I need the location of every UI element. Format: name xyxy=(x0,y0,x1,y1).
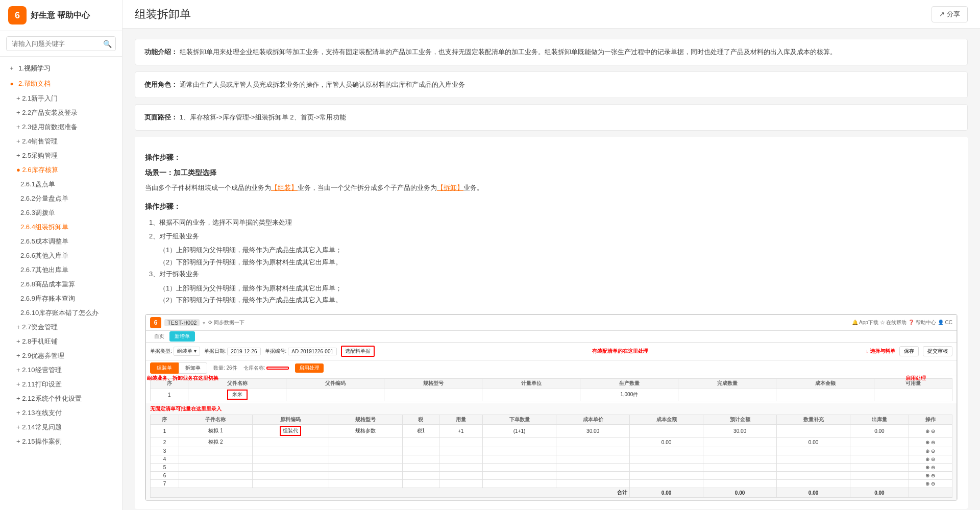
mock-field-date: 单据日期: 2019-12-26 xyxy=(204,348,261,355)
sidebar-item-cost-adjust[interactable]: 2.6.5成本调整单 xyxy=(0,234,122,249)
mock-th-prod-qty: 生产数量 xyxy=(580,379,678,388)
mock-tab-new[interactable]: 新增单 xyxy=(169,331,195,342)
step2-sub1: （1）上部明细为父件明细，最终作为产成品生成其它入库单； xyxy=(145,244,958,256)
sidebar-item-ledger[interactable]: 2.6.9库存账本查询 xyxy=(0,292,122,306)
step3: 3、对于拆装业务 xyxy=(145,268,958,280)
sidebar-item-other-in[interactable]: 2.6.6其他入库单 xyxy=(0,249,122,263)
mock-app-window: 6 TEST-H002 ▾ ⟳ 同步数据一下 🔔 App下载 ☆ 在线帮助 ❓ … xyxy=(145,314,957,500)
mock-child-code-input[interactable]: 组装代 xyxy=(280,426,301,436)
mock-td2-seq-1: 1 xyxy=(151,425,179,438)
mock-annotation-enable: 启用处理 xyxy=(905,375,926,382)
mock-td2-est-1: 30.00 xyxy=(703,425,777,438)
mock-upper-table-area: 序 父件名称 父件编码 规格型号 计量单位 生产数量 完成数量 成本金额 可用量 xyxy=(146,376,957,403)
mock-td2-op-1[interactable]: ⊕ ⊖ xyxy=(909,425,952,438)
sidebar-item-operation[interactable]: + 2.10经营管理 xyxy=(0,363,122,377)
sidebar-item-docs[interactable]: ● 2.帮助文档 xyxy=(0,76,122,91)
mock-btn-select-bom[interactable]: 选配料单据 xyxy=(341,346,375,357)
intro-label: 功能介绍： xyxy=(144,48,178,56)
table-row: 1 模拟 1 组装代 规格参数 税1 +1 (1+1) 30.00 xyxy=(151,425,952,438)
mock-nav-tabs: 自页 新增单 xyxy=(150,331,195,342)
mock-warehouse-area: 仓库名称: xyxy=(243,365,289,372)
sidebar-item-cost-recalc[interactable]: 2.6.8商品成本重算 xyxy=(0,277,122,292)
disassembly-link[interactable]: 【拆卸】 xyxy=(437,184,463,191)
mock-td2-unit-cost-1: 30.00 xyxy=(556,425,630,438)
mock-field-no-label: 单据编号: xyxy=(265,348,287,355)
collapse-icon: ● xyxy=(8,80,15,87)
mock-field-type-value[interactable]: 组装单 ▾ xyxy=(174,347,200,356)
sidebar-item-faq[interactable]: + 2.14常见问题 xyxy=(0,420,122,434)
mock-enable-btn[interactable]: 启用处理 xyxy=(295,363,324,373)
mock-tab-disassembly[interactable]: 拆卸单 xyxy=(179,362,207,374)
mock-btn-submit[interactable]: 提交审核 xyxy=(923,346,952,356)
mock-field-date-value[interactable]: 2019-12-26 xyxy=(227,348,260,355)
sidebar-item-new-user[interactable]: + 2.1新手入门 xyxy=(0,91,122,106)
mock-td2-order-1: (1+1) xyxy=(483,425,556,438)
path-label: 页面路径： xyxy=(144,113,178,121)
content-area: 功能介绍： 组装拆卸单用来处理企业组装或拆卸等加工业务，支持有固定装配清单的产品… xyxy=(122,29,980,510)
mock-tab-home[interactable]: 自页 xyxy=(150,331,168,342)
mock-td2-cost-1 xyxy=(630,425,703,438)
mock-qty-label: 数量 xyxy=(213,365,224,371)
mock-th2-spec: 规格型号 xyxy=(329,415,402,425)
mock-parent-input[interactable]: 米米 xyxy=(227,390,248,400)
mock-bom-area: 选配料单据 xyxy=(341,346,375,357)
sidebar-item-inventory[interactable]: ● 2.6库存核算 xyxy=(0,163,122,177)
steps-title: 操作步骤： xyxy=(145,153,958,162)
mock-form-header: 单据类型: 组装单 ▾ 单据日期: 2019-12-26 单据编号: xyxy=(146,343,957,360)
sidebar-item-assembly[interactable]: 2.6.4组装拆卸单 xyxy=(0,220,122,234)
mock-warehouse-input[interactable] xyxy=(266,367,289,370)
step2: 2、对于组装业务 xyxy=(145,230,958,242)
sidebar-item-other-out[interactable]: 2.6.7其他出库单 xyxy=(0,263,122,277)
sidebar-item-coupon[interactable]: + 2.9优惠券管理 xyxy=(0,349,122,363)
mock-app-sync: ⟳ 同步数据一下 xyxy=(208,319,244,326)
mock-field-no-value[interactable]: AD-20191226-001 xyxy=(288,348,337,355)
mock-td2-sup-1 xyxy=(777,425,850,438)
mock-td2-code-1: 组装代 xyxy=(252,425,329,438)
sidebar-item-mobile[interactable]: + 2.8手机旺铺 xyxy=(0,334,122,349)
expand-icon-install: + xyxy=(16,109,22,116)
sidebar-item-sales[interactable]: + 2.4销售管理 xyxy=(0,134,122,149)
mock-btn-save[interactable]: 保存 xyxy=(899,346,919,356)
sidebar-item-error[interactable]: 2.6.10库存账本错了怎么办 xyxy=(0,306,122,320)
mock-td-prod-qty: 1,000件 xyxy=(580,388,678,401)
path-text: 1、库存核算->库存管理->组装拆卸单 2、首页->常用功能 xyxy=(180,113,347,121)
mock-th2-child-code: 原料编码 xyxy=(252,415,329,425)
mock-th2-seq: 序 xyxy=(151,415,179,425)
search-icon[interactable]: 🔍 xyxy=(103,40,112,48)
expand-icon-print: + xyxy=(16,380,22,388)
mock-app-links: 🔔 App下载 ☆ 在线帮助 ❓ 帮助中心 👤 CC xyxy=(852,319,952,326)
table-row: 1 米米 1,000件 xyxy=(151,388,952,401)
mock-app-header: 6 TEST-H002 ▾ ⟳ 同步数据一下 🔔 App下载 ☆ 在线帮助 ❓ … xyxy=(146,315,957,331)
sidebar-item-adjust[interactable]: 2.6.3调拨单 xyxy=(0,206,122,220)
share-button[interactable]: ↗ 分享 xyxy=(932,6,968,22)
step3-sub2: （2）下部明细为子件明细，最终作为产成品生成其它入库单。 xyxy=(145,294,958,306)
sidebar-item-finance[interactable]: + 2.7资金管理 xyxy=(0,320,122,334)
sidebar-item-install[interactable]: + 2.2产品安装及登录 xyxy=(0,106,122,120)
sidebar-item-print[interactable]: + 2.11打印设置 xyxy=(0,377,122,392)
expand-icon-coupon: + xyxy=(16,352,22,359)
nav-tree: + 1.视频学习 ● 2.帮助文档 + 2.1新手入门 + 2.2产品安装及登录… xyxy=(0,57,122,510)
sidebar-item-online-pay[interactable]: + 2.13在线支付 xyxy=(0,406,122,420)
sidebar-item-purchase[interactable]: + 2.5采购管理 xyxy=(0,149,122,163)
sidebar-item-customize[interactable]: + 2.12系统个性化设置 xyxy=(0,392,122,406)
sidebar-item-stocktake[interactable]: 2.6.1盘点单 xyxy=(0,177,122,191)
sidebar-item-videos-label: 1.视频学习 xyxy=(18,64,51,73)
mock-td2-tax-1: 税1 xyxy=(402,425,439,438)
mock-th2-child-name: 子件名称 xyxy=(179,415,252,425)
mock-annotation-switch: 组装业务、拆卸业务在这里切换 xyxy=(147,375,218,382)
mock-tabs-row: 自页 新增单 xyxy=(146,331,957,343)
mock-tab-assembly[interactable]: 组装单 xyxy=(150,362,179,374)
mock-th2-out-qty: 出库量 xyxy=(850,415,909,425)
sidebar-item-cases[interactable]: + 2.15操作案例 xyxy=(0,434,122,449)
role-text: 通常由生产人员或库管人员完成拆装业务的操作，库管人员确认原材料的出库和产成品的入… xyxy=(180,81,465,88)
assembly-link[interactable]: 【组装】 xyxy=(271,184,298,191)
sidebar-item-partial-stocktake[interactable]: 2.6.2分量盘点单 xyxy=(0,191,122,206)
steps-intro: 操作步骤： xyxy=(145,202,958,211)
table-row: 5⊕ ⊖ xyxy=(151,464,952,472)
sidebar-item-data-prep[interactable]: + 2.3使用前数据准备 xyxy=(0,120,122,134)
mock-td-spec xyxy=(384,388,482,401)
sidebar-item-videos[interactable]: + 1.视频学习 xyxy=(0,61,122,76)
search-input[interactable] xyxy=(6,36,116,51)
mock-type-tabs-row: 组装单 拆卸单 数量: 26件 仓库名称: 启用处 xyxy=(146,360,957,376)
expand-icon: + xyxy=(8,65,15,72)
